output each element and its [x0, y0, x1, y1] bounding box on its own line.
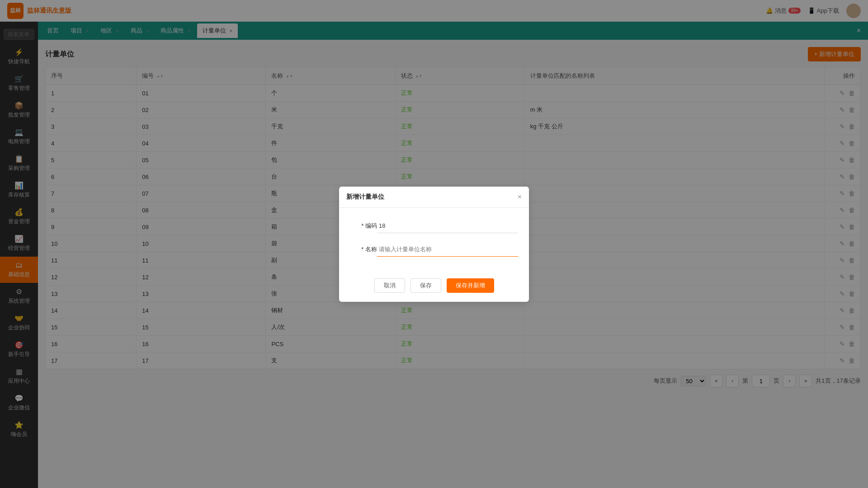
add-unit-modal: 新增计量单位 × * 编码 * 名称 取消 保存 保存并新增: [339, 187, 529, 302]
modal-body: * 编码 * 名称: [339, 208, 529, 273]
code-input[interactable]: [377, 219, 518, 233]
modal-close-button[interactable]: ×: [518, 193, 522, 201]
modal-title: 新增计量单位: [346, 193, 384, 201]
form-row-code: * 编码: [350, 219, 518, 233]
form-label-code: * 编码: [350, 222, 377, 230]
modal-overlay[interactable]: 新增计量单位 × * 编码 * 名称 取消 保存 保存并新增: [0, 0, 868, 488]
cancel-button[interactable]: 取消: [374, 278, 405, 293]
form-label-name: * 名称: [350, 245, 377, 253]
save-button[interactable]: 保存: [410, 278, 441, 293]
modal-header: 新增计量单位 ×: [339, 187, 529, 208]
name-input[interactable]: [377, 242, 518, 257]
form-row-name: * 名称: [350, 242, 518, 257]
save-new-button[interactable]: 保存并新增: [447, 278, 494, 293]
modal-footer: 取消 保存 保存并新增: [339, 273, 529, 302]
